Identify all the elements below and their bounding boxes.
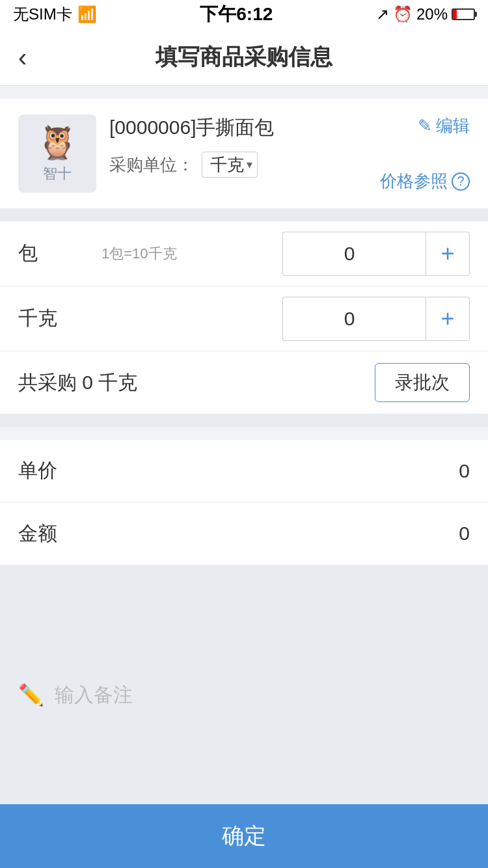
- input-section: 包 1包=10千克 + 千克 +: [0, 221, 488, 351]
- summary-prefix: 共采购: [18, 372, 77, 393]
- page-title: 填写商品采购信息: [156, 42, 332, 72]
- amount-row: 金额 0: [0, 502, 488, 565]
- product-info: [0000006]手撕面包 采购单位： 千克: [109, 115, 470, 178]
- back-button[interactable]: ‹: [18, 44, 27, 70]
- status-left: 无SIM卡 📶: [13, 4, 97, 25]
- section-divider-1: [0, 208, 488, 221]
- price-ref-button[interactable]: 价格参照 ?: [380, 170, 470, 193]
- wifi-icon: 📶: [77, 5, 97, 23]
- bag-label: 包: [18, 240, 96, 267]
- amount-value: 0: [459, 522, 470, 545]
- status-right: ↗ ⏰ 20%: [376, 5, 475, 23]
- edit-icon: ✎: [418, 116, 432, 136]
- amount-label: 金额: [18, 521, 57, 547]
- kg-quantity-input[interactable]: [282, 297, 426, 341]
- location-icon: ↗: [376, 5, 389, 23]
- bag-input-row: 包 1包=10千克 +: [0, 221, 488, 286]
- product-name: [0000006]手撕面包: [109, 115, 470, 141]
- status-bar: 无SIM卡 📶 下午6:12 ↗ ⏰ 20%: [0, 0, 488, 29]
- summary-row: 共采购 0 千克 录批次: [0, 351, 488, 414]
- bag-sublabel: 1包=10千克: [102, 244, 177, 264]
- pencil-icon: ✏️: [18, 683, 44, 707]
- notes-section[interactable]: ✏️ 输入备注: [0, 565, 488, 825]
- summary-unit: 千克: [98, 372, 137, 393]
- summary-amount: 0: [82, 372, 93, 393]
- price-section: 单价 0 金额 0: [0, 440, 488, 565]
- nav-bar: ‹ 填写商品采购信息: [0, 29, 488, 86]
- kg-label: 千克: [18, 305, 96, 332]
- unit-price-label: 单价: [18, 457, 57, 484]
- battery-percent: 20%: [416, 5, 448, 23]
- product-thumb-owl: 🦉: [37, 124, 77, 161]
- summary-text: 共采购 0 千克: [18, 370, 137, 396]
- alarm-icon: ⏰: [393, 5, 413, 23]
- notes-placeholder: 输入备注: [55, 682, 133, 709]
- unit-price-value: 0: [459, 460, 470, 482]
- unit-select-wrap[interactable]: 千克: [202, 152, 258, 178]
- bag-input-right: +: [282, 232, 470, 276]
- product-thumb-text: 智十: [43, 164, 72, 183]
- record-batch-button[interactable]: 录批次: [375, 363, 470, 402]
- help-icon: ?: [452, 172, 470, 191]
- carrier-label: 无SIM卡: [13, 4, 72, 25]
- kg-plus-button[interactable]: +: [426, 297, 470, 341]
- unit-select[interactable]: 千克: [202, 152, 258, 178]
- kg-input-row: 千克 +: [0, 286, 488, 351]
- battery-indicator: [452, 8, 475, 20]
- product-card: 🦉 智十 [0000006]手撕面包 采购单位： 千克 ✎ 编辑 价格参照 ?: [0, 99, 488, 208]
- unit-label: 采购单位：: [109, 154, 194, 176]
- confirm-button[interactable]: 确定: [0, 804, 488, 868]
- bag-plus-button[interactable]: +: [426, 232, 470, 276]
- unit-price-row: 单价 0: [0, 440, 488, 502]
- edit-button[interactable]: ✎ 编辑: [418, 115, 470, 137]
- section-divider-2: [0, 414, 488, 427]
- product-thumbnail: 🦉 智十: [18, 115, 96, 193]
- edit-label: 编辑: [436, 115, 470, 137]
- price-ref-label: 价格参照: [380, 170, 448, 193]
- status-time: 下午6:12: [200, 2, 273, 27]
- kg-input-right: +: [282, 297, 470, 341]
- bag-quantity-input[interactable]: [282, 232, 426, 276]
